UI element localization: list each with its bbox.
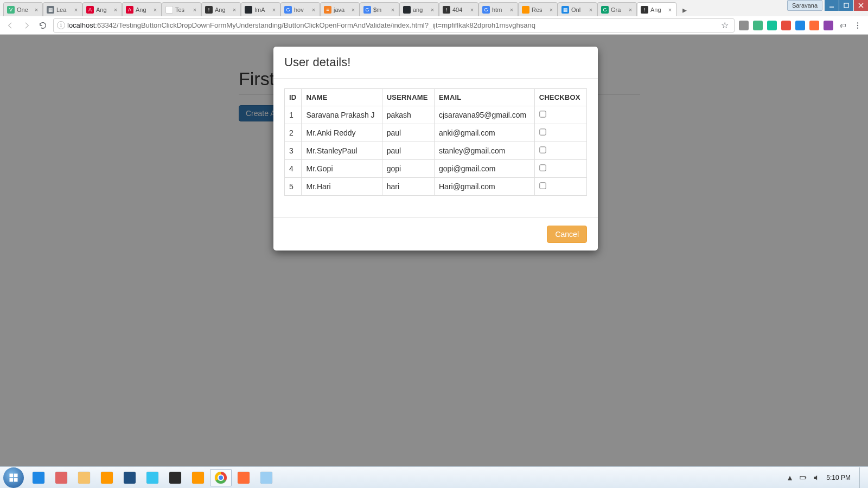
- tab-close-icon[interactable]: ×: [628, 7, 633, 12]
- tab-close-icon[interactable]: ×: [311, 7, 316, 12]
- tab-label: Tes: [175, 7, 191, 13]
- tab-close-icon[interactable]: ×: [469, 7, 475, 12]
- browser-tab[interactable]: ang×: [399, 2, 439, 16]
- window-minimize-button[interactable]: [825, 0, 839, 11]
- row-checkbox[interactable]: [539, 146, 546, 153]
- sourcetree-icon[interactable]: [119, 469, 141, 486]
- tab-close-icon[interactable]: ×: [350, 7, 356, 12]
- paint-icon[interactable]: [256, 469, 277, 486]
- cell-checkbox: [534, 106, 586, 124]
- cell-email: cjsaravana95@gmail.com: [434, 106, 534, 124]
- nav-forward-button[interactable]: [21, 20, 33, 31]
- cell-id: 2: [285, 124, 302, 142]
- table-row: 2Mr.Anki Reddypaulanki@gmail.com: [285, 124, 587, 142]
- tab-close-icon[interactable]: ×: [232, 7, 237, 12]
- cell-id: 3: [285, 142, 302, 160]
- ie-icon[interactable]: [28, 469, 49, 486]
- new-tab-button[interactable]: ▸: [679, 4, 691, 15]
- cell-checkbox: [534, 178, 586, 196]
- taskbar-clock[interactable]: 5:10 PM: [826, 474, 851, 481]
- cell-name: Mr.Gopi: [302, 160, 382, 178]
- tab-close-icon[interactable]: ×: [73, 7, 79, 12]
- browser-tab[interactable]: Tes×: [162, 2, 201, 16]
- vue-icon[interactable]: [753, 21, 763, 30]
- browser-tab[interactable]: G$m×: [360, 2, 399, 16]
- row-checkbox[interactable]: [539, 111, 546, 117]
- bookmark-star-icon[interactable]: ☆: [719, 20, 731, 30]
- cell-username: gopi: [382, 160, 434, 178]
- tab-close-icon[interactable]: ×: [430, 7, 435, 12]
- chrome-menu-button[interactable]: [852, 20, 864, 31]
- start-button[interactable]: [3, 467, 24, 488]
- col-id: ID: [285, 89, 302, 106]
- tab-label: Ang: [136, 7, 151, 13]
- home-blue-icon[interactable]: [795, 21, 805, 30]
- window-close-button[interactable]: [854, 0, 868, 11]
- tab-close-icon[interactable]: ×: [548, 7, 554, 12]
- tray-volume-icon[interactable]: [813, 473, 821, 481]
- browser-tab[interactable]: GGra×: [597, 2, 637, 16]
- desktop-icon[interactable]: [50, 469, 72, 486]
- explorer-icon[interactable]: [73, 469, 95, 486]
- svg-rect-10: [14, 478, 18, 481]
- tab-favicon-icon: !: [205, 6, 213, 14]
- browser-tab[interactable]: ImA×: [241, 2, 280, 16]
- browser-tab[interactable]: !Ang×: [637, 2, 676, 16]
- intellij-icon[interactable]: [164, 469, 186, 486]
- tab-close-icon[interactable]: ×: [588, 7, 593, 12]
- browser-tab[interactable]: ▦Lea×: [43, 2, 82, 16]
- tab-close-icon[interactable]: ×: [271, 7, 277, 12]
- windows-taskbar: ▴ 5:10 PM: [0, 466, 868, 488]
- row-checkbox[interactable]: [539, 164, 546, 171]
- plus-red-icon[interactable]: [781, 21, 791, 30]
- tab-close-icon[interactable]: ×: [34, 7, 39, 12]
- window-maximize-button[interactable]: [839, 0, 853, 11]
- browser-tab[interactable]: AAng×: [82, 2, 122, 16]
- nav-back-button[interactable]: [4, 20, 16, 31]
- site-info-icon[interactable]: i: [57, 21, 65, 29]
- address-bar[interactable]: i localhost:63342/TestingButtonClickDrop…: [53, 18, 735, 33]
- tab-favicon-icon: !: [641, 6, 648, 14]
- row-checkbox[interactable]: [539, 182, 546, 189]
- modal-title: User details!: [284, 55, 587, 69]
- table-row: 4Mr.Gopigopigopi@gmail.com: [285, 160, 587, 178]
- bookmark-icon[interactable]: 🏷: [838, 21, 847, 30]
- tab-close-icon[interactable]: ×: [509, 7, 514, 12]
- row-checkbox[interactable]: [539, 129, 546, 135]
- chrome-icon[interactable]: [210, 469, 232, 486]
- tab-close-icon[interactable]: ×: [152, 7, 158, 12]
- cell-name: Saravana Prakash J: [302, 106, 382, 124]
- browser-tab[interactable]: !Ang×: [201, 2, 241, 16]
- app-orange-icon[interactable]: [96, 469, 118, 486]
- browser-tab[interactable]: Ghov×: [280, 2, 320, 16]
- browser-tab[interactable]: ≡java×: [320, 2, 360, 16]
- sublime-icon[interactable]: [187, 469, 209, 486]
- tab-label: 404: [452, 7, 468, 13]
- browser-tab[interactable]: VOne×: [3, 2, 43, 16]
- slack-icon[interactable]: [142, 469, 163, 486]
- nav-reload-button[interactable]: [37, 20, 49, 31]
- url-text: localhost:63342/TestingButtonClickDropDo…: [67, 21, 535, 29]
- browser-tab[interactable]: !404×: [439, 2, 478, 16]
- show-desktop-button[interactable]: [859, 467, 865, 488]
- tab-close-icon[interactable]: ×: [192, 7, 197, 12]
- col-checkbox: CHECKBOX: [534, 89, 586, 106]
- tab-label: Ang: [215, 7, 231, 13]
- browser-tab[interactable]: AAng×: [122, 2, 162, 16]
- svg-rect-1: [844, 3, 848, 8]
- browser-tab[interactable]: Res×: [518, 2, 558, 16]
- tray-battery-icon[interactable]: [799, 473, 807, 481]
- postman-icon[interactable]: [809, 21, 819, 30]
- grammarly-icon[interactable]: [767, 21, 777, 30]
- shield-icon[interactable]: [739, 21, 749, 30]
- tab-close-icon[interactable]: ×: [667, 7, 673, 12]
- browser-tab[interactable]: Ghtm×: [478, 2, 518, 16]
- tab-close-icon[interactable]: ×: [113, 7, 118, 12]
- tab-close-icon[interactable]: ×: [390, 7, 395, 12]
- cancel-button[interactable]: Cancel: [547, 226, 587, 243]
- postman-app-icon[interactable]: [233, 469, 254, 486]
- browser-tab[interactable]: ▦Onl×: [558, 2, 597, 16]
- circle-purple-icon[interactable]: [824, 21, 833, 30]
- tray-chevron-icon[interactable]: ▴: [786, 473, 794, 481]
- tab-favicon-icon: G: [482, 6, 490, 14]
